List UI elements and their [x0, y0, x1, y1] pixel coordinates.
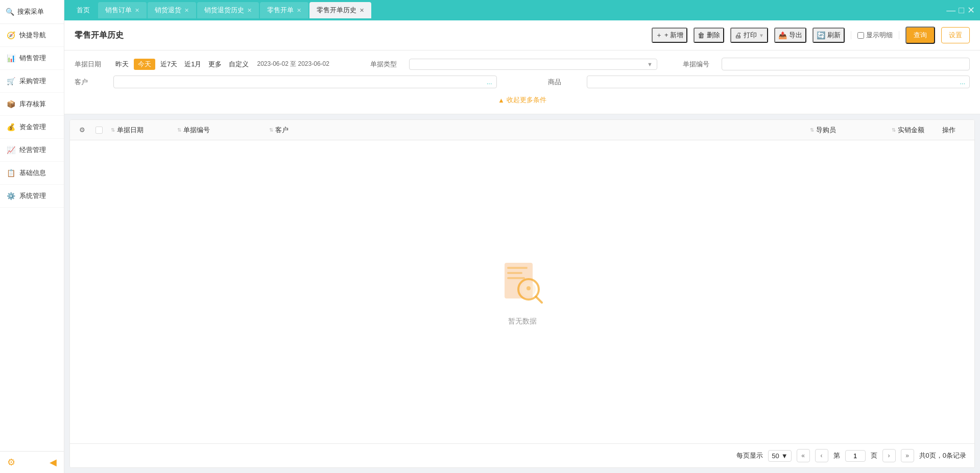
type-select[interactable]: ▼ [409, 59, 657, 70]
sidebar-search[interactable]: 🔍 搜索采单 [0, 0, 64, 24]
toolbar-divider-2 [899, 31, 899, 39]
export-button[interactable]: 📤 导出 [774, 28, 806, 43]
add-button[interactable]: ＋ + 新增 [652, 28, 687, 43]
th-amount[interactable]: ⇅ 实销金额 [867, 126, 928, 135]
tab-home[interactable]: 首页 [69, 2, 97, 18]
sidebar-item-finance[interactable]: 💰 资金管理 [0, 116, 64, 139]
th-client-label: 客户 [275, 126, 289, 135]
th-check[interactable] [91, 127, 107, 134]
delete-icon: 🗑 [698, 31, 705, 39]
tab-retail-open-history[interactable]: 零售开单历史 ✕ [309, 2, 371, 18]
sidebar-item-label: 经营管理 [19, 145, 46, 155]
sort-guide-icon: ⇅ [810, 127, 814, 133]
tab-close-sales-order[interactable]: ✕ [135, 7, 139, 14]
collapse-sidebar-icon[interactable]: ◀ [50, 457, 57, 468]
sidebar-item-quick-nav[interactable]: 🧭 快捷导航 [0, 24, 64, 47]
settings-label: 设置 [949, 31, 962, 40]
sidebar-item-purchase-mgmt[interactable]: 🛒 采购管理 [0, 70, 64, 93]
print-button[interactable]: 🖨 打印 ▼ [730, 28, 768, 43]
tab-close-sales-return[interactable]: ✕ [184, 7, 189, 14]
th-amount-label: 实销金额 [898, 126, 924, 135]
svg-rect-2 [507, 272, 522, 274]
query-button[interactable]: 查询 [905, 27, 935, 44]
empty-state: 暂无数据 [70, 140, 974, 443]
th-guide-label: 导购员 [816, 126, 836, 135]
th-setting[interactable]: ⚙ [75, 126, 91, 134]
delete-button[interactable]: 🗑 删除 [694, 28, 724, 43]
collapse-filter-btn[interactable]: ▲ 收起更多条件 [75, 93, 970, 107]
next-page-button[interactable]: › [882, 449, 896, 462]
svg-line-6 [536, 297, 542, 303]
th-guide[interactable]: ⇅ 导购员 [806, 126, 867, 135]
tab-home-label: 首页 [77, 6, 90, 15]
refresh-label: 刷新 [827, 31, 841, 40]
tab-sales-return-history[interactable]: 销货退货历史 ✕ [197, 2, 259, 18]
filter-row-2: 客户 ... 商品 ... [75, 76, 970, 88]
tab-close-retail-open[interactable]: ✕ [297, 7, 301, 14]
sort-client-icon: ⇅ [269, 127, 273, 133]
goods-select[interactable]: ... [587, 76, 970, 88]
date-filter-label: 单据日期 [75, 60, 103, 69]
tab-sales-return[interactable]: 销货退货 ✕ [148, 2, 196, 18]
th-num[interactable]: ⇅ 单据编号 [173, 126, 265, 135]
table-header: ⚙ ⇅ 单据日期 ⇅ 单据编号 ⇅ 客户 ⇅ [70, 120, 974, 140]
sidebar-item-label: 采购管理 [19, 77, 46, 86]
last-page-button[interactable]: » [901, 449, 914, 462]
sys-mgmt-icon: ⚙️ [6, 191, 15, 201]
toolbar-divider [851, 31, 851, 39]
date-opt-today[interactable]: 今天 [134, 59, 155, 70]
date-opt-1month[interactable]: 近1月 [182, 59, 203, 70]
tabs-window-controls: — □ ✕ [946, 5, 975, 16]
toolbar: ＋ + 新增 🗑 删除 🖨 打印 ▼ 📤 导出 🔄 [652, 27, 970, 44]
sidebar-item-sales-mgmt[interactable]: 📊 销售管理 [0, 47, 64, 70]
purchase-mgmt-icon: 🛒 [6, 77, 15, 86]
display-cols-checkbox[interactable] [857, 32, 864, 39]
th-client[interactable]: ⇅ 客户 [265, 126, 806, 135]
tab-close-sales-return-history[interactable]: ✕ [247, 7, 252, 14]
tab-sales-order[interactable]: 销售订单 ✕ [98, 2, 147, 18]
close-window-button[interactable]: ✕ [967, 5, 975, 16]
tab-close-retail-open-history[interactable]: ✕ [360, 7, 364, 14]
date-opt-yesterday[interactable]: 昨天 [113, 59, 131, 70]
sidebar-search-label: 搜索采单 [17, 7, 44, 16]
goods-filter-label: 商品 [548, 78, 577, 87]
export-label: 导出 [789, 31, 802, 40]
select-all-checkbox[interactable] [95, 127, 103, 134]
sidebar-item-label: 库存核算 [19, 99, 46, 109]
first-page-button[interactable]: « [797, 449, 810, 462]
goods-ellipsis-btn[interactable]: ... [960, 78, 965, 86]
sidebar-item-inventory[interactable]: 📦 库存核算 [0, 93, 64, 116]
num-filter-input[interactable] [722, 58, 970, 70]
add-icon: ＋ [656, 31, 662, 40]
client-ellipsis-btn[interactable]: ... [487, 78, 492, 86]
sidebar-footer: ⚙ ◀ [0, 451, 64, 473]
maximize-button[interactable]: □ [959, 5, 964, 16]
page-size-select[interactable]: 50 ▼ [768, 450, 791, 462]
display-cols-toggle[interactable]: 显示明细 [857, 31, 893, 40]
table-settings-icon[interactable]: ⚙ [79, 126, 85, 134]
date-options: 昨天 今天 近7天 近1月 更多 自定义 2023-06-02 至 2023-0… [113, 59, 329, 70]
settings-icon[interactable]: ⚙ [7, 457, 15, 468]
sidebar-item-basic-info[interactable]: 📋 基础信息 [0, 162, 64, 185]
refresh-button[interactable]: 🔄 刷新 [812, 28, 845, 43]
export-icon: 📤 [778, 31, 787, 39]
basic-info-icon: 📋 [6, 168, 15, 178]
minimize-button[interactable]: — [946, 5, 955, 16]
th-date[interactable]: ⇅ 单据日期 [107, 126, 173, 135]
sidebar: 🔍 搜索采单 🧭 快捷导航 📊 销售管理 🛒 采购管理 📦 库存核算 💰 资金管… [0, 0, 64, 473]
prev-page-button[interactable]: ‹ [815, 449, 828, 462]
date-opt-7days[interactable]: 近7天 [158, 59, 179, 70]
sort-num-icon: ⇅ [177, 127, 181, 133]
settings-button[interactable]: 设置 [941, 27, 970, 43]
date-opt-more[interactable]: 更多 [206, 59, 224, 70]
page-number-input[interactable] [845, 450, 866, 462]
sales-mgmt-icon: 📊 [6, 54, 15, 63]
client-select[interactable]: ... [113, 76, 497, 88]
empty-icon [497, 258, 548, 309]
th-num-label: 单据编号 [183, 126, 210, 135]
sidebar-item-operations[interactable]: 📈 经营管理 [0, 139, 64, 162]
date-opt-custom[interactable]: 自定义 [227, 59, 251, 70]
sidebar-item-sys-mgmt[interactable]: ⚙️ 系统管理 [0, 185, 64, 208]
tab-retail-open[interactable]: 零售开单 ✕ [260, 2, 308, 18]
page-header: 零售开单历史 ＋ + 新增 🗑 删除 🖨 打印 ▼ 📤 导出 [64, 20, 980, 51]
